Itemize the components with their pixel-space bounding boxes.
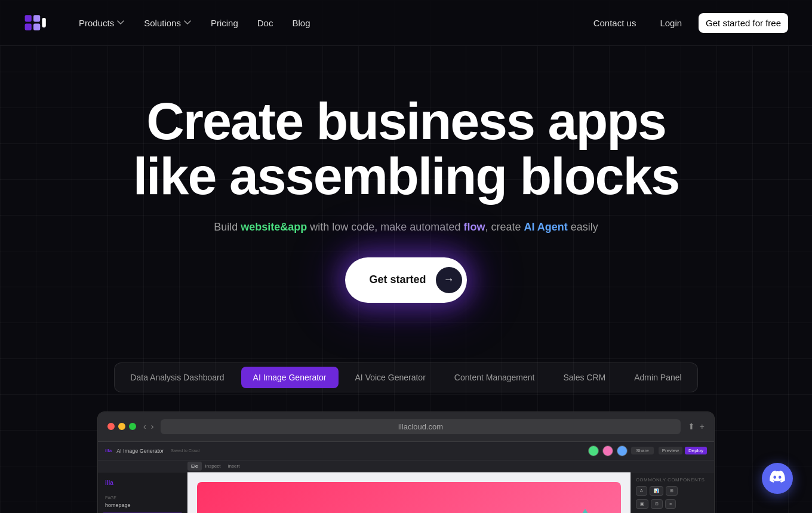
back-icon[interactable]: ‹ — [143, 422, 146, 431]
component-chip-5[interactable]: ⊡ — [651, 499, 663, 509]
preview-inner: illa PAGE homepage igproduct sub-page1 L… — [98, 472, 714, 513]
component-chip-2[interactable]: 📊 — [650, 486, 663, 496]
sidebar-logo: illa — [103, 477, 182, 489]
app-logo: illa — [105, 448, 112, 453]
get-started-hero-button[interactable]: Get started → — [345, 257, 466, 303]
svg-marker-7 — [573, 509, 597, 513]
component-chip-3[interactable]: ⊞ — [666, 486, 678, 496]
nav-links: Products Solutions Pricing Doc — [72, 13, 318, 33]
component-chips-row: A 📊 ⊞ — [636, 486, 709, 496]
discord-fab[interactable] — [762, 463, 793, 494]
preview-button[interactable]: Preview — [659, 447, 682, 454]
pages-label: PAGE — [103, 493, 182, 501]
component-chip-4[interactable]: ▣ — [636, 499, 648, 509]
canvas-banner: AI image generator — [197, 482, 621, 513]
svg-rect-1 — [25, 24, 32, 30]
chevron-down-icon-solutions — [183, 19, 192, 27]
app-bar-actions: Preview Deploy — [659, 447, 707, 454]
address-bar[interactable]: illacloud.com — [161, 419, 680, 434]
discord-icon — [770, 471, 785, 486]
tab-sales-crm[interactable]: Sales CRM — [551, 367, 617, 388]
window-dots — [107, 423, 136, 430]
tab-admin-panel[interactable]: Admin Panel — [622, 367, 693, 388]
nav-doc[interactable]: Doc — [250, 13, 281, 33]
tabs-row: Data Analysis Dashboard AI Image Generat… — [114, 363, 697, 392]
preview-canvas: AI image generator — [187, 472, 630, 513]
hero-headline: Create business apps like assembling blo… — [78, 94, 734, 204]
avatar-1 — [588, 446, 599, 456]
preview-window: ‹ › illacloud.com ⬆ + illa AI Image Gene… — [97, 411, 715, 513]
component-chips-row-2: ▣ ⊡ ≡ — [636, 499, 709, 509]
avatar-2 — [602, 446, 613, 456]
browser-nav-buttons: ‹ › — [143, 422, 153, 431]
commonly-components-label: Commonly Components — [636, 477, 709, 483]
browser-chrome: ‹ › illacloud.com ⬆ + — [98, 412, 714, 442]
new-tab-icon[interactable]: + — [700, 422, 705, 431]
dot-close — [107, 423, 115, 430]
nav-right: Contact us Login Get started for free — [586, 13, 788, 33]
logo-link[interactable] — [24, 13, 53, 32]
preview-main: AI image generator — [187, 472, 630, 513]
panel-tab-insert[interactable]: Insert — [224, 462, 243, 471]
navbar: Products Solutions Pricing Doc — [0, 0, 812, 46]
cta-wrapper: Get started → — [24, 257, 788, 303]
login-link[interactable]: Login — [653, 13, 689, 33]
browser-action-buttons: ⬆ + — [688, 422, 705, 431]
avatar-3 — [617, 446, 628, 456]
nav-left: Products Solutions Pricing Doc — [24, 13, 318, 33]
contact-us-link[interactable]: Contact us — [586, 13, 644, 33]
chevron-down-icon — [116, 19, 125, 27]
panel-tab-inspect[interactable]: Inspect — [202, 462, 224, 471]
preview-sidebar: illa PAGE homepage igproduct sub-page1 L… — [98, 472, 187, 513]
tab-ai-voice[interactable]: AI Voice Generator — [343, 367, 438, 388]
dot-minimize — [118, 423, 125, 430]
deploy-button[interactable]: Deploy — [685, 447, 707, 454]
tab-data-analysis[interactable]: Data Analysis Dashboard — [118, 367, 236, 388]
hero-section: Create business apps like assembling blo… — [0, 46, 812, 363]
nav-solutions[interactable]: Solutions — [137, 13, 199, 33]
logo-icon — [24, 13, 53, 32]
panel-tabs-row: Ele Inspect Insert — [98, 460, 714, 472]
sidebar-page-homepage[interactable]: homepage — [103, 501, 182, 509]
forward-icon[interactable]: › — [151, 422, 154, 431]
right-panel: Commonly Components A 📊 ⊞ ▣ ⊡ ≡ — [630, 472, 714, 513]
component-chip-6[interactable]: ≡ — [665, 499, 676, 509]
saved-status: Saved to Cloud — [171, 449, 199, 453]
svg-rect-2 — [33, 15, 40, 21]
tab-ai-image[interactable]: AI Image Generator — [241, 367, 339, 388]
preview-section: ‹ › illacloud.com ⬆ + illa AI Image Gene… — [0, 411, 812, 513]
nav-products[interactable]: Products — [72, 13, 132, 33]
share-button[interactable]: Share — [631, 447, 653, 454]
collaborator-avatars: Share — [588, 446, 653, 456]
tabs-section: Data Analysis Dashboard AI Image Generat… — [0, 363, 812, 392]
tab-content-mgmt[interactable]: Content Management — [442, 367, 547, 388]
nav-pricing[interactable]: Pricing — [204, 13, 245, 33]
svg-rect-0 — [25, 15, 32, 21]
app-bar: illa AI Image Generator Saved to Cloud S… — [98, 442, 714, 460]
svg-rect-3 — [33, 24, 40, 30]
svg-rect-4 — [42, 18, 45, 27]
nav-blog[interactable]: Blog — [285, 13, 317, 33]
get-started-nav-button[interactable]: Get started for free — [699, 13, 788, 33]
dot-maximize — [129, 423, 136, 430]
arrow-icon: → — [436, 267, 462, 293]
component-chip-1[interactable]: A — [636, 486, 647, 496]
panel-tab-ele[interactable]: Ele — [187, 462, 202, 471]
share-browser-icon[interactable]: ⬆ — [688, 422, 695, 431]
app-title: AI Image Generator — [116, 448, 164, 454]
3d-object — [561, 497, 609, 513]
hero-subtitle: Build website&app with low code, make au… — [24, 221, 788, 234]
